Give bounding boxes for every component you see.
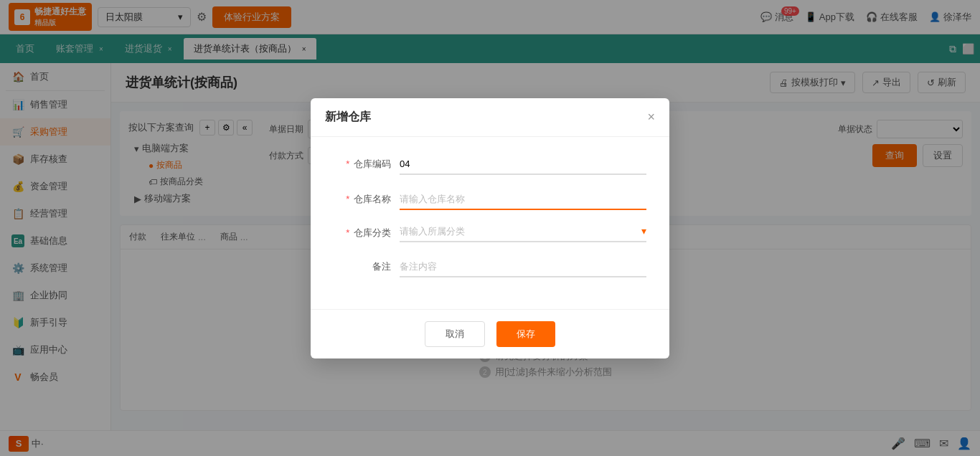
- code-input[interactable]: [400, 154, 646, 175]
- note-input[interactable]: [400, 257, 646, 277]
- code-label-wrap: * 仓库编码: [334, 158, 391, 171]
- form-row-category: * 仓库分类 ▾: [334, 224, 646, 242]
- name-label: 仓库名称: [354, 194, 391, 204]
- name-label-wrap: * 仓库名称: [334, 193, 391, 206]
- dialog-close-button[interactable]: ×: [647, 110, 655, 125]
- dialog-footer: 取消 保存: [311, 309, 669, 358]
- category-label: 仓库分类: [354, 227, 391, 238]
- category-dropdown-icon[interactable]: ▾: [641, 225, 646, 237]
- note-label: 备注: [372, 261, 391, 272]
- category-input[interactable]: [400, 224, 641, 238]
- code-label: 仓库编码: [354, 158, 391, 169]
- required-star-code: *: [346, 158, 349, 169]
- form-row-note: 备注: [334, 257, 646, 277]
- note-label-wrap: 备注: [334, 260, 391, 273]
- required-star-name: *: [346, 194, 349, 204]
- category-select-wrap: ▾: [400, 224, 646, 242]
- required-star-category: *: [346, 227, 349, 238]
- form-row-name: * 仓库名称: [334, 189, 646, 210]
- category-label-wrap: * 仓库分类: [334, 227, 391, 239]
- dialog-title: 新增仓库: [325, 110, 371, 125]
- dialog-body: * 仓库编码 * 仓库名称 * 仓库分类: [311, 137, 669, 309]
- modal-overlay[interactable]: 新增仓库 × * 仓库编码 * 仓库名称: [0, 0, 980, 456]
- save-button[interactable]: 保存: [496, 321, 555, 347]
- dialog-header: 新增仓库 ×: [311, 98, 669, 137]
- form-row-code: * 仓库编码: [334, 154, 646, 175]
- name-input[interactable]: [400, 189, 646, 210]
- cancel-button[interactable]: 取消: [425, 321, 485, 347]
- new-warehouse-dialog: 新增仓库 × * 仓库编码 * 仓库名称: [311, 98, 669, 358]
